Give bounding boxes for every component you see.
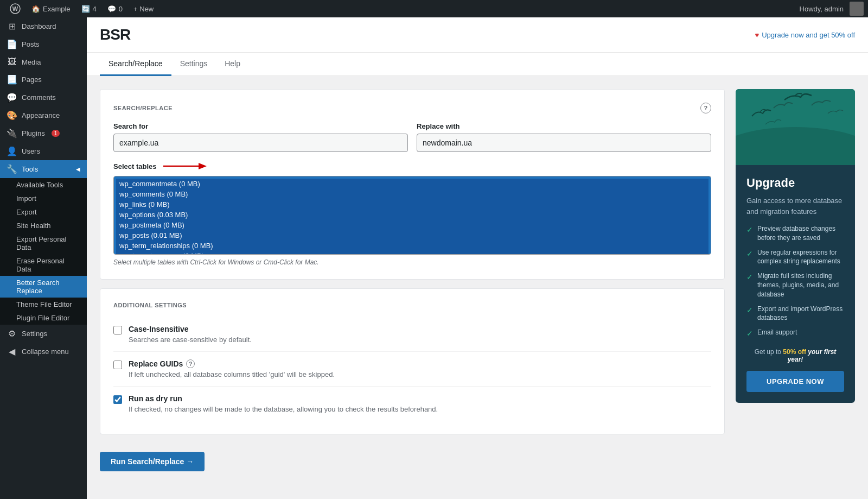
tab-settings[interactable]: Settings [171, 53, 216, 76]
sidebar-label-tools: Tools [22, 165, 38, 173]
plugin-file-editor-label: Plugin File Editor [16, 314, 69, 322]
feature-item: ✓Migrate full sites including themes, pl… [746, 271, 844, 299]
updates-item[interactable]: 🔄 4 [76, 0, 102, 17]
export-personal-label: Export Personal Data [16, 235, 80, 251]
sidebar-item-theme-file-editor[interactable]: Theme File Editor [0, 298, 87, 311]
comments-sidebar-icon: 💬 [7, 92, 17, 103]
search-label: Search for [113, 122, 408, 130]
replace-guids-label: Replace GUIDs ? [129, 359, 335, 368]
tools-submenu: Available Tools Import Export Site Healt… [0, 178, 87, 325]
upgrade-panel: Upgrade Gain access to more database and… [736, 89, 855, 486]
feature-item: ✓Export and import WordPress databases [746, 305, 844, 323]
tab-help[interactable]: Help [216, 53, 249, 76]
sidebar-item-plugin-file-editor[interactable]: Plugin File Editor [0, 311, 87, 325]
content-area: SEARCH/REPLACE ? Search for Replace with… [87, 76, 868, 499]
upgrade-now-button[interactable]: UPGRADE NOW [746, 371, 844, 392]
new-item[interactable]: + New [128, 0, 159, 17]
run-search-replace-button[interactable]: Run Search/Replace → [100, 452, 205, 471]
sidebar-label-dashboard: Dashboard [22, 22, 56, 30]
sidebar-item-pages[interactable]: 📃 Pages [0, 71, 87, 89]
tab-search-replace[interactable]: Search/Replace [100, 53, 171, 76]
sidebar-item-site-health[interactable]: Site Health [0, 219, 87, 232]
search-group: Search for [113, 122, 408, 152]
help-icon[interactable]: ? [700, 103, 711, 113]
search-replace-form-row: Search for Replace with [113, 122, 711, 152]
case-insensitive-checkbox[interactable] [113, 326, 122, 334]
red-arrow-icon [163, 161, 207, 172]
posts-icon: 📄 [7, 39, 17, 49]
upgrade-link-text: Upgrade now and get 50% off [762, 31, 855, 39]
sidebar-label-media: Media [22, 58, 41, 66]
sidebar-item-dashboard[interactable]: ⊞ Dashboard [0, 17, 87, 35]
check-icon: ✓ [746, 305, 753, 316]
replace-guids-info: Replace GUIDs ? If left unchecked, all d… [129, 359, 335, 378]
select-hint: Select multiple tables with Ctrl-Click f… [113, 258, 711, 266]
site-name-item[interactable]: 🏠 Example [26, 0, 76, 17]
sidebar-item-tools[interactable]: 🔧 Tools ◀ [0, 160, 87, 178]
search-replace-title: SEARCH/REPLACE ? [113, 103, 711, 113]
tools-icon: 🔧 [7, 164, 17, 174]
sidebar-item-better-search-replace[interactable]: Better Search Replace [0, 276, 87, 298]
replace-label: Replace with [417, 122, 711, 130]
collapse-icon: ◀ [7, 346, 17, 357]
house-icon: 🏠 [31, 5, 40, 13]
comments-icon: 💬 [107, 5, 116, 13]
dry-run-info: Run as dry run If checked, no changes wi… [129, 394, 438, 413]
sidebar-label-plugins: Plugins [22, 129, 45, 137]
wp-logo-item[interactable]: W [4, 0, 26, 17]
svg-marker-3 [199, 163, 207, 169]
comments-item[interactable]: 💬 0 [102, 0, 128, 17]
sidebar-label-posts: Posts [22, 40, 40, 48]
sidebar-item-plugins[interactable]: 🔌 Plugins 1 [0, 124, 87, 142]
sidebar-item-import[interactable]: Import [0, 192, 87, 205]
plugins-icon: 🔌 [7, 128, 17, 138]
sidebar-item-settings[interactable]: ⚙ Settings [0, 325, 87, 343]
upgrade-card: Upgrade Gain access to more database and… [736, 89, 855, 403]
import-label: Import [16, 194, 36, 203]
upgrade-link[interactable]: ♥ Upgrade now and get 50% off [755, 31, 856, 39]
dry-run-row: Run as dry run If checked, no changes wi… [113, 387, 711, 421]
erase-personal-label: Erase Personal Data [16, 257, 80, 273]
tables-select[interactable]: wp_commentmeta (0 MB)wp_comments (0 MB)w… [113, 176, 711, 255]
sidebar-item-collapse[interactable]: ◀ Collapse menu [0, 343, 87, 361]
feature-item: ✓Email support [746, 328, 844, 339]
upgrade-header [736, 89, 855, 165]
check-icon: ✓ [746, 225, 753, 236]
main-content: BSR ♥ Upgrade now and get 50% off Search… [87, 17, 868, 499]
sidebar-item-erase-personal[interactable]: Erase Personal Data [0, 254, 87, 276]
sidebar-item-media[interactable]: 🖼 Media [0, 53, 87, 71]
admin-bar: W 🏠 Example 🔄 4 💬 0 + New Howdy, admin [0, 0, 868, 17]
tools-arrow-icon: ◀ [76, 166, 80, 172]
replace-group: Replace with [417, 122, 711, 152]
promo-percent: 50% off [783, 348, 806, 356]
sidebar-item-appearance[interactable]: 🎨 Appearance [0, 106, 87, 124]
howdy-text: Howdy, admin [800, 5, 844, 13]
site-name: Example [43, 5, 71, 13]
plugin-header: BSR ♥ Upgrade now and get 50% off [87, 17, 868, 53]
sidebar-label-appearance: Appearance [22, 111, 60, 119]
sidebar-item-posts[interactable]: 📄 Posts [0, 35, 87, 53]
bsr-logo: BSR [100, 26, 130, 43]
collapse-label: Collapse menu [22, 348, 69, 356]
check-icon: ✓ [746, 329, 753, 339]
feature-list: ✓Preview database changes before they ar… [746, 224, 844, 339]
dashboard-icon: ⊞ [7, 21, 17, 31]
sidebar-item-export[interactable]: Export [0, 205, 87, 219]
replace-guids-checkbox[interactable] [113, 361, 122, 369]
sidebar-item-available-tools[interactable]: Available Tools [0, 178, 87, 192]
theme-file-editor-label: Theme File Editor [16, 300, 72, 308]
sidebar-item-comments[interactable]: 💬 Comments [0, 89, 87, 106]
replace-guids-help-icon[interactable]: ? [186, 359, 195, 368]
svg-text:W: W [12, 5, 18, 12]
plugins-badge: 1 [52, 130, 60, 137]
dry-run-checkbox[interactable] [113, 395, 122, 404]
sidebar-item-users[interactable]: 👤 Users [0, 142, 87, 160]
run-button-label: Run Search/Replace → [111, 457, 194, 466]
search-input[interactable] [113, 134, 408, 152]
dry-run-label: Run as dry run [129, 394, 438, 403]
search-replace-title-text: SEARCH/REPLACE [113, 105, 173, 111]
tabs-bar: Search/Replace Settings Help [87, 53, 868, 76]
sidebar-item-export-personal[interactable]: Export Personal Data [0, 232, 87, 254]
site-health-label: Site Health [16, 222, 51, 230]
replace-input[interactable] [417, 134, 711, 152]
